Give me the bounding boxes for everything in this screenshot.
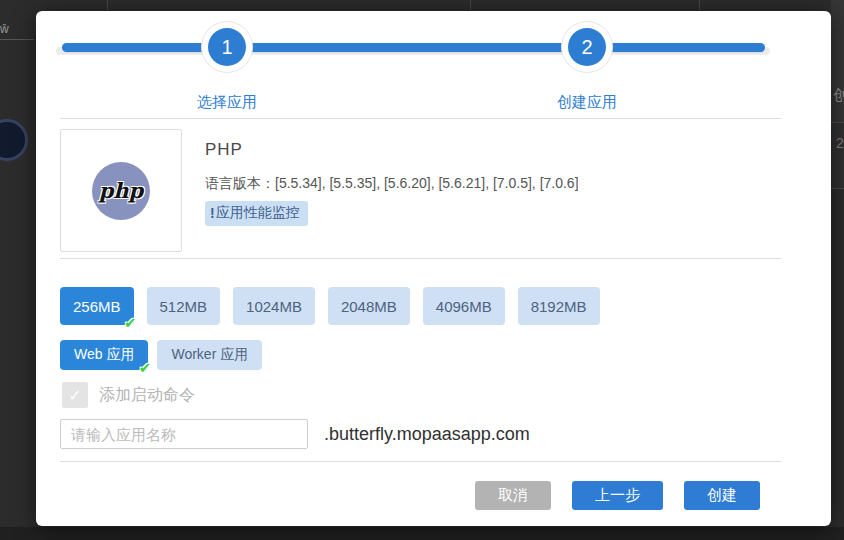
memory-option-8192mb[interactable]: 8192MB: [518, 287, 600, 325]
memory-option-256mb[interactable]: 256MB ✔: [60, 287, 134, 325]
footer-divider: [60, 461, 781, 462]
startup-command-checkbox[interactable]: ✓: [62, 382, 88, 408]
memory-option-2048mb[interactable]: 2048MB: [328, 287, 410, 325]
app-name-title: PHP: [205, 140, 243, 160]
backdrop-right-strip: 创: [831, 0, 844, 122]
app-type-option-worker[interactable]: Worker 应用: [157, 340, 262, 370]
backdrop-row-line: [831, 188, 844, 189]
backdrop-right-strip: 2: [831, 123, 844, 188]
dialog-footer: 取消 上一步 创建: [475, 481, 760, 510]
step-1-circle[interactable]: 1: [208, 28, 246, 66]
step-2-circle[interactable]: 2: [568, 28, 606, 66]
app-name-input[interactable]: [60, 419, 308, 449]
selected-check-icon: ✔: [139, 359, 152, 377]
startup-command-label: 添加启动命令: [99, 385, 195, 406]
domain-suffix: .butterfly.mopaasapp.com: [324, 424, 530, 445]
app-type-option-label: Web 应用: [74, 346, 134, 364]
stepper-progress-bar: [62, 43, 765, 52]
step-2-indicator: 2: [561, 21, 613, 73]
selected-app-card: php: [60, 129, 182, 252]
backdrop-text-fragment: 2: [836, 135, 844, 151]
memory-option-label: 4096MB: [436, 298, 492, 315]
previous-step-button[interactable]: 上一步: [572, 481, 663, 510]
section-divider: [60, 258, 781, 259]
memory-option-label: 2048MB: [341, 298, 397, 315]
backdrop-text-fragment: ŵ: [0, 22, 34, 40]
create-app-dialog: 1 2 选择应用 创建应用 php PHP 语言版本：[5.5.34], [5.…: [36, 11, 831, 526]
memory-option-1024mb[interactable]: 1024MB: [233, 287, 315, 325]
alert-icon: !: [210, 205, 215, 221]
app-type-option-web[interactable]: Web 应用 ✔: [60, 340, 148, 370]
memory-option-label: 8192MB: [531, 298, 587, 315]
cancel-button[interactable]: 取消: [475, 481, 551, 510]
selected-check-icon: ✔: [124, 314, 137, 332]
backdrop-logo-circle: [0, 119, 28, 161]
section-divider: [60, 118, 781, 119]
apm-badge: ! 应用性能监控: [205, 201, 308, 226]
step-1-indicator: 1: [201, 21, 253, 73]
memory-option-label: 512MB: [160, 298, 208, 315]
create-button[interactable]: 创建: [684, 481, 760, 510]
memory-option-label: 1024MB: [246, 298, 302, 315]
backdrop-column-line: [470, 0, 471, 10]
backdrop-column-line: [107, 0, 108, 10]
app-type-options-row: Web 应用 ✔ Worker 应用: [60, 340, 262, 370]
memory-option-4096mb[interactable]: 4096MB: [423, 287, 505, 325]
app-type-option-label: Worker 应用: [171, 346, 248, 364]
memory-option-label: 256MB: [73, 298, 121, 315]
startup-command-row: ✓ 添加启动命令: [62, 382, 195, 408]
memory-options-row: 256MB ✔ 512MB 1024MB 2048MB 4096MB 8192M…: [60, 287, 600, 325]
apm-badge-label: 应用性能监控: [216, 204, 300, 222]
app-name-row: .butterfly.mopaasapp.com: [60, 419, 530, 449]
backdrop-bottom-strip: [0, 527, 844, 540]
backdrop-text-fragment: 创: [833, 86, 844, 105]
backdrop-column-line: [699, 0, 700, 10]
step-2-label: 创建应用: [517, 93, 657, 112]
php-logo-icon: php: [92, 162, 150, 220]
app-language-versions: 语言版本：[5.5.34], [5.5.35], [5.6.20], [5.6.…: [205, 175, 579, 193]
memory-option-512mb[interactable]: 512MB: [147, 287, 221, 325]
step-1-label: 选择应用: [157, 93, 297, 112]
